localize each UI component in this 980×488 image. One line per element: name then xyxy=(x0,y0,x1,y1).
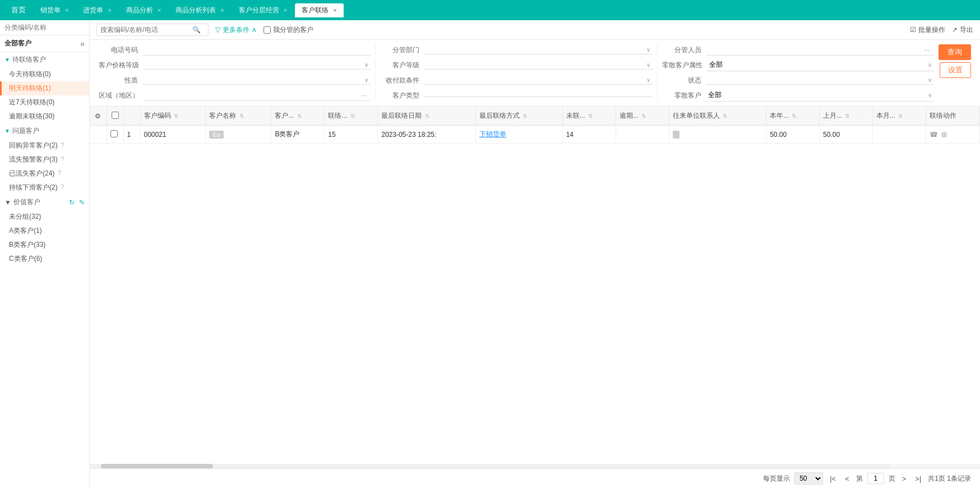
sidebar-section-pending: ▼ 待联络客户 xyxy=(0,52,89,67)
sidebar-item-7days[interactable]: 近7天待联络(0) xyxy=(0,95,89,109)
cell-checkbox[interactable] xyxy=(107,126,123,144)
sort-icon[interactable]: ⇅ xyxy=(350,113,355,119)
filter-price-level-select[interactable]: ∨ xyxy=(144,61,371,70)
filter-customer-type-select[interactable] xyxy=(424,94,652,97)
filter-manager-select[interactable]: ··· xyxy=(706,45,934,56)
filter-grade-select[interactable]: ∨ xyxy=(424,61,652,70)
sidebar-search-input[interactable] xyxy=(4,24,89,31)
query-button[interactable]: 查询 xyxy=(939,44,971,60)
search-icon[interactable]: 🔍 xyxy=(192,26,201,34)
batch-op-btn[interactable]: ☑ 批量操作 xyxy=(910,25,945,35)
col-settings[interactable]: ⚙ xyxy=(90,107,107,126)
nav-tab-product-analysis[interactable]: 商品分析 × xyxy=(119,3,168,17)
cell-no-contact: 14 xyxy=(562,126,616,144)
filter-retail-customer-select[interactable]: 全部 ∨ xyxy=(706,89,934,102)
last-page-btn[interactable]: >| xyxy=(913,473,923,484)
sidebar-item-overdue[interactable]: 逾期未联络(30) xyxy=(0,109,89,123)
col-last-method: 最后联络方式 ⇅ xyxy=(476,107,563,126)
close-icon[interactable]: × xyxy=(220,7,224,13)
page-size-select[interactable]: 50 100 200 xyxy=(794,472,823,485)
sidebar-item-ungrouped[interactable]: 未分组(32) xyxy=(0,210,89,224)
grid-icon[interactable]: ⊞ xyxy=(941,131,947,139)
cell-last-date: 2023-05-23 18:25: xyxy=(378,126,476,144)
select-all-checkbox[interactable] xyxy=(112,112,119,119)
sort-icon[interactable]: ⇅ xyxy=(297,113,302,119)
sidebar-item-today[interactable]: 今天待联络(0) xyxy=(0,67,89,81)
chevron-down-icon: ∨ xyxy=(928,77,932,83)
refresh-icon[interactable]: ↻ xyxy=(69,199,75,206)
help-icon: ? xyxy=(61,155,64,163)
filter-gender-select[interactable]: ∨ xyxy=(142,76,371,85)
nav-tab-customer-tier[interactable]: 客户分层经营 × xyxy=(232,3,294,17)
divider xyxy=(375,90,376,101)
divider xyxy=(375,75,376,86)
export-btn[interactable]: ↗ 导出 xyxy=(952,25,973,35)
filter-retail-attr-select[interactable]: 全部 ∨ xyxy=(707,59,934,71)
phone-icon[interactable]: ☎ xyxy=(930,131,938,139)
collapse-icon[interactable]: « xyxy=(80,39,85,48)
sort-icon[interactable]: ⇅ xyxy=(174,113,178,119)
page-input[interactable]: 1 xyxy=(867,473,884,484)
close-icon[interactable]: × xyxy=(65,7,68,13)
sidebar-item-tomorrow[interactable]: 明天待联络(1) xyxy=(0,81,89,95)
col-unit-contact: 往来单位联系人 ⇅ xyxy=(669,107,766,126)
sidebar-item-declining[interactable]: 持续下滑客户(2) ? xyxy=(0,181,89,195)
sidebar-item-a-class[interactable]: A类客户(1) xyxy=(0,224,89,238)
sidebar-all-customers[interactable]: 全部客户 « xyxy=(0,35,89,52)
more-icon[interactable]: ··· xyxy=(358,91,368,99)
sidebar-item-c-class[interactable]: C类客户(6) xyxy=(0,252,89,266)
nav-tab-product-list[interactable]: 商品分析列表 × xyxy=(169,3,230,17)
filter-status-select[interactable]: ∨ xyxy=(706,76,934,85)
nav-home[interactable]: 首页 xyxy=(4,3,33,17)
col-checkbox[interactable] xyxy=(107,107,123,126)
nav-tab-sales[interactable]: 销货单 × xyxy=(34,3,75,17)
search-input[interactable] xyxy=(100,26,190,34)
filter-icon: ▽ xyxy=(215,26,220,34)
sort-icon[interactable]: ⇅ xyxy=(845,113,849,119)
scrollbar-thumb[interactable] xyxy=(101,464,213,468)
sort-icon[interactable]: ⇅ xyxy=(588,113,593,119)
sort-icon[interactable]: ⇅ xyxy=(898,113,903,119)
sort-icon[interactable]: ⇅ xyxy=(523,113,527,119)
my-customers-checkbox-area: 我分管的客户 xyxy=(264,25,313,35)
cell-last-method[interactable]: 下销货单 xyxy=(476,126,563,144)
settings-button[interactable]: 设置 xyxy=(940,62,971,78)
help-icon: ? xyxy=(61,183,64,191)
filter-phone-input[interactable] xyxy=(142,45,371,56)
nav-tab-purchase[interactable]: 进货单 × xyxy=(76,3,118,17)
sort-icon[interactable]: ⇅ xyxy=(641,113,646,119)
cell-num: 1 xyxy=(123,126,140,144)
main-layout: 🔍 全部客户 « ▼ 待联络客户 今天待联络(0) 明天待联络(1) 近7天待联… xyxy=(0,20,980,488)
row-checkbox[interactable] xyxy=(110,130,118,137)
edit-icon[interactable]: ✎ xyxy=(79,199,85,206)
more-filter-btn[interactable]: ▽ 更多条件 ∧ xyxy=(215,25,257,35)
close-icon[interactable]: × xyxy=(158,7,161,13)
sidebar-item-churned[interactable]: 已流失客户(24) ? xyxy=(0,167,89,181)
my-customers-checkbox[interactable] xyxy=(264,26,271,34)
close-icon[interactable]: × xyxy=(108,7,111,13)
sort-icon[interactable]: ⇅ xyxy=(723,113,727,119)
sidebar-item-b-class[interactable]: B类客户(33) xyxy=(0,238,89,252)
close-icon[interactable]: × xyxy=(284,7,287,13)
sidebar-item-abnormal[interactable]: 回购异常客户(2) ? xyxy=(0,139,89,153)
sidebar-search-area: 🔍 xyxy=(0,20,89,35)
close-icon[interactable]: × xyxy=(333,7,336,13)
filter-dept-select[interactable]: ∨ xyxy=(424,45,652,54)
col-last-date: 最后联络日期 ⇅ xyxy=(378,107,476,126)
chevron-down-icon: ∨ xyxy=(928,92,932,98)
cell-action: ☎ ⊞ xyxy=(926,126,979,144)
nav-tab-customer-contact[interactable]: 客户联络 × xyxy=(295,3,343,17)
sidebar-item-churn-warning[interactable]: 流失预警客户(3) ? xyxy=(0,153,89,167)
sort-icon[interactable]: ⇅ xyxy=(239,113,244,119)
col-name: 客户名称 ⇅ xyxy=(206,107,271,126)
sort-icon[interactable]: ⇅ xyxy=(425,113,429,119)
filter-payment-select[interactable]: ∨ xyxy=(424,76,652,85)
more-icon[interactable]: ··· xyxy=(922,46,932,54)
next-page-btn[interactable]: > xyxy=(900,473,909,484)
filter-region-select[interactable]: ··· xyxy=(144,90,371,101)
sort-icon[interactable]: ⇅ xyxy=(792,113,796,119)
divider xyxy=(657,75,658,86)
first-page-btn[interactable]: |< xyxy=(828,473,838,484)
horizontal-scrollbar[interactable] xyxy=(90,464,890,468)
prev-page-btn[interactable]: < xyxy=(843,473,852,484)
